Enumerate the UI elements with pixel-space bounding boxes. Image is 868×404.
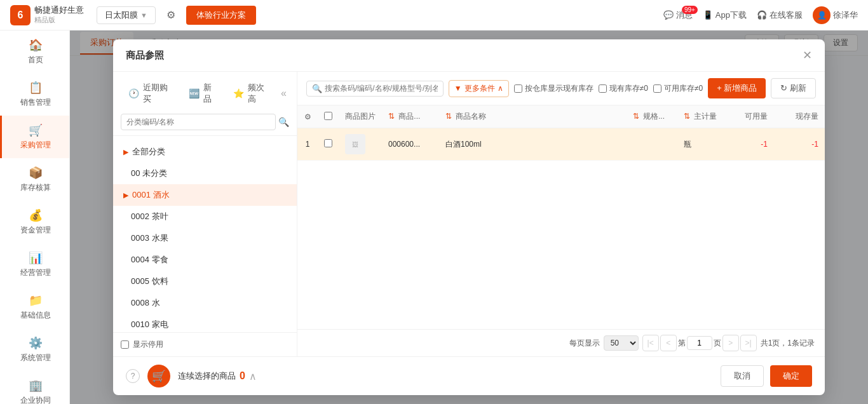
help-button[interactable]: ? bbox=[126, 369, 140, 383]
row-avail: -1 bbox=[723, 128, 774, 161]
system-icon: ⚙️ bbox=[29, 336, 43, 350]
category-item-0002[interactable]: 0002 茶叶 bbox=[113, 206, 297, 227]
modal-close-button[interactable]: ✕ bbox=[803, 48, 812, 62]
col-settings: ⚙ bbox=[297, 105, 318, 128]
logo-area: 6 畅捷通好生意 精品版 bbox=[10, 5, 84, 25]
row-no: 1 bbox=[297, 128, 318, 161]
tab-recent[interactable]: 🕐 近期购买 bbox=[121, 78, 181, 109]
main-area: 采购订单 采购入库 查询 刷新 设置 商品参照 ✕ bbox=[70, 30, 868, 404]
row-img: 🖼 bbox=[339, 128, 382, 161]
sidebar-item-finance[interactable]: 💰 资金管理 bbox=[0, 201, 69, 243]
table-row[interactable]: 1 🖼 bbox=[297, 128, 825, 161]
page-nav: |< < 第 页 > >| bbox=[642, 335, 757, 351]
stock-nonzero-checkbox[interactable] bbox=[599, 84, 607, 93]
modal-title: 商品参照 bbox=[126, 50, 164, 62]
row-unit: 瓶 bbox=[677, 128, 723, 161]
logo-icon: 6 bbox=[10, 5, 31, 25]
footer-buttons: 取消 确定 bbox=[721, 365, 812, 387]
product-search-icon: 🔍 bbox=[312, 84, 322, 93]
category-item-0003[interactable]: 0003 水果 bbox=[113, 227, 297, 249]
sidebar-item-enterprise[interactable]: 🏢 企业协同 bbox=[0, 371, 69, 404]
purchase-icon: 🛒 bbox=[29, 123, 43, 137]
category-search-input[interactable] bbox=[121, 114, 276, 130]
category-item-0010[interactable]: 0010 家电 bbox=[113, 314, 297, 332]
col-check bbox=[318, 105, 339, 128]
cancel-button[interactable]: 取消 bbox=[721, 365, 764, 387]
tab-frequent[interactable]: ⭐ 频次高 bbox=[226, 78, 278, 109]
left-footer: 显示停用 bbox=[113, 332, 297, 356]
filter-warehouse-check[interactable]: 按仓库显示现有库存 bbox=[514, 83, 593, 94]
category-search-icon[interactable]: 🔍 bbox=[278, 117, 289, 127]
row-checkbox[interactable] bbox=[324, 139, 332, 147]
sidebar-item-inventory[interactable]: 📦 库存核算 bbox=[0, 158, 69, 201]
filter-stock-nonzero-check[interactable]: 现有库存≠0 bbox=[599, 83, 648, 94]
more-filter-button[interactable]: ▼ 更多条件 ∧ bbox=[449, 80, 509, 97]
sidebar-item-home[interactable]: 🏠 首页 bbox=[0, 30, 69, 73]
select-all-checkbox[interactable] bbox=[324, 112, 332, 120]
row-name: 白酒100ml bbox=[439, 128, 627, 161]
product-search-input[interactable] bbox=[325, 84, 438, 93]
modal-footer: ? 🛒 连续选择的商品 0 ∧ 取消 确定 bbox=[113, 356, 825, 395]
category-item-00[interactable]: 00 未分类 bbox=[113, 163, 297, 184]
prev-page-button[interactable]: < bbox=[660, 335, 677, 351]
product-table-wrap: ⚙ 商品图片 bbox=[297, 105, 825, 329]
message-button[interactable]: 💬 消息 99+ bbox=[663, 10, 693, 21]
sidebar-item-sales[interactable]: 📋 销售管理 bbox=[0, 73, 69, 116]
sidebar-item-business[interactable]: 📊 经营管理 bbox=[0, 243, 69, 286]
app-sub: 精品版 bbox=[34, 15, 84, 25]
last-page-button[interactable]: >| bbox=[740, 335, 757, 351]
add-product-button[interactable]: + 新增商品 bbox=[708, 78, 766, 98]
category-item-0001[interactable]: ▶ 0001 酒水 bbox=[113, 184, 297, 206]
show-disabled-label[interactable]: 显示停用 bbox=[133, 339, 163, 350]
settings-col-icon[interactable]: ⚙ bbox=[304, 112, 311, 121]
app-download-button[interactable]: 📱 App下载 bbox=[703, 10, 747, 21]
tab-new[interactable]: 🆕 新品 bbox=[181, 78, 226, 109]
pagination-bar: 每页显示 50 10 20 100 |< < 第 bbox=[297, 329, 825, 356]
product-thumbnail: 🖼 bbox=[345, 134, 365, 154]
filter-icon: ▼ bbox=[454, 84, 462, 93]
col-stock: 现存量 bbox=[774, 105, 825, 128]
category-item-0004[interactable]: 0004 零食 bbox=[113, 249, 297, 271]
company-selector[interactable]: 日太阳膜 ▼ bbox=[97, 6, 156, 24]
avail-nonzero-checkbox[interactable] bbox=[653, 84, 661, 93]
left-collapse-button[interactable]: « bbox=[278, 85, 289, 102]
top-right-area: 💬 消息 99+ 📱 App下载 🎧 在线客服 👤 徐泽华 bbox=[663, 6, 858, 24]
page-input[interactable] bbox=[687, 336, 712, 350]
per-page-select[interactable]: 50 10 20 100 bbox=[604, 335, 639, 351]
sidebar-item-purchase[interactable]: 🛒 采购管理 bbox=[0, 116, 69, 158]
settings-icon[interactable]: ⚙ bbox=[161, 5, 181, 25]
business-icon: 📊 bbox=[29, 251, 43, 265]
filter-avail-nonzero-check[interactable]: 可用库存≠0 bbox=[653, 83, 703, 94]
first-page-button[interactable]: |< bbox=[642, 335, 659, 351]
category-item-all[interactable]: ▶ 全部分类 bbox=[113, 141, 297, 163]
footer-collapse-icon[interactable]: ∧ bbox=[249, 370, 257, 382]
trial-button[interactable]: 体验行业方案 bbox=[186, 6, 256, 25]
toolbar-right: + 新增商品 ↻ 刷新 bbox=[708, 78, 816, 98]
col-unit: ⇅ 主计量 bbox=[677, 105, 723, 128]
confirm-button[interactable]: 确定 bbox=[770, 365, 812, 387]
sidebar-item-basic[interactable]: 📁 基础信息 bbox=[0, 286, 69, 328]
right-panel: 🔍 ▼ 更多条件 ∧ 按仓库显示现有库存 bbox=[297, 72, 825, 356]
cart-button[interactable]: 🛒 bbox=[147, 365, 170, 387]
row-check bbox=[318, 128, 339, 161]
warehouse-checkbox[interactable] bbox=[514, 84, 522, 93]
col-name: ⇅ 商品名称 bbox=[439, 105, 627, 128]
sidebar-item-system[interactable]: ⚙️ 系统管理 bbox=[0, 328, 69, 371]
col-code: ⇅ 商品... bbox=[382, 105, 439, 128]
show-disabled-checkbox[interactable] bbox=[121, 340, 129, 349]
online-service-button[interactable]: 🎧 在线客服 bbox=[757, 10, 803, 21]
col-img: 商品图片 bbox=[339, 105, 382, 128]
refresh-table-button[interactable]: ↻ 刷新 bbox=[771, 78, 816, 98]
right-toolbar: 🔍 ▼ 更多条件 ∧ 按仓库显示现有库存 bbox=[297, 72, 825, 105]
table-header-row: ⚙ 商品图片 bbox=[297, 105, 825, 128]
category-item-0005[interactable]: 0005 饮料 bbox=[113, 271, 297, 292]
avatar: 👤 bbox=[813, 6, 831, 24]
next-page-button[interactable]: > bbox=[722, 335, 739, 351]
sidebar: 🏠 首页 📋 销售管理 🛒 采购管理 📦 库存核算 💰 资金管理 📊 经营管理 … bbox=[0, 30, 70, 404]
selected-info: 连续选择的商品 0 ∧ bbox=[178, 370, 257, 382]
category-item-0008[interactable]: 0008 水 bbox=[113, 292, 297, 314]
user-profile[interactable]: 👤 徐泽华 bbox=[813, 6, 858, 24]
frequent-icon: ⭐ bbox=[233, 88, 244, 98]
product-reference-modal: 商品参照 ✕ 🕐 近期购买 🆕 bbox=[113, 39, 825, 395]
product-table: ⚙ 商品图片 bbox=[297, 105, 825, 161]
